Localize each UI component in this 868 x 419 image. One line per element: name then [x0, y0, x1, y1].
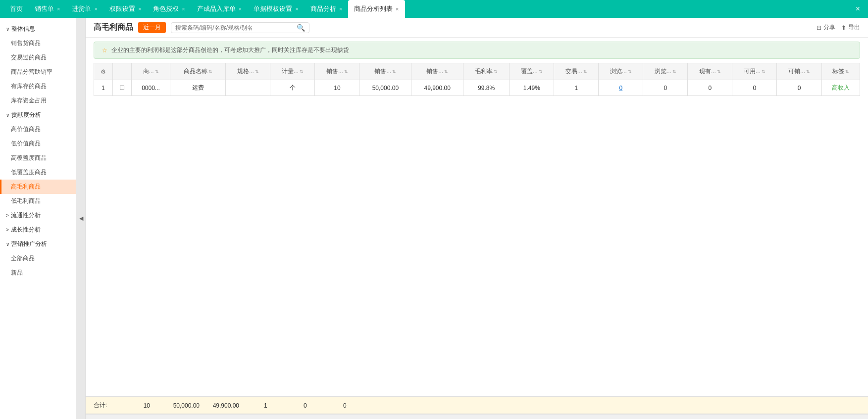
- nav-close-btn[interactable]: ×: [94, 6, 97, 12]
- sidebar-group-贡献度分析[interactable]: ∨贡献度分析: [0, 108, 76, 122]
- col-header-sales_amount[interactable]: 销售... ⇅: [359, 63, 411, 80]
- cell-sales_amount: 50,000.00: [359, 80, 411, 96]
- sidebar-group-arrow: ∨: [6, 112, 9, 118]
- info-banner: ☆ 企业的主要的利润都是这部分商品创造的，可考虑加大推广，同时关注库存是不要出现…: [94, 42, 860, 59]
- nav-close-btn[interactable]: ×: [138, 6, 141, 12]
- sidebar-group-流通性分析[interactable]: >流通性分析: [0, 208, 76, 223]
- footer-current-stock: 0: [285, 402, 325, 409]
- col-header-checkbox[interactable]: [112, 63, 131, 80]
- col-header-spec[interactable]: 规格... ⇅: [226, 63, 270, 80]
- cell-spec: [226, 80, 270, 96]
- sidebar-item-有库存的商品[interactable]: 有库存的商品: [0, 79, 76, 93]
- sidebar-item-低毛利商品[interactable]: 低毛利商品: [0, 194, 76, 208]
- nav-item-首页[interactable]: 首页: [4, 0, 29, 18]
- bottom-scrollbar[interactable]: [86, 414, 868, 419]
- search-input[interactable]: [175, 24, 297, 31]
- cell-sales_profit: 49,900.00: [411, 80, 463, 96]
- sidebar-item-高价值商品[interactable]: 高价值商品: [0, 122, 76, 137]
- sidebar-item-高覆盖度商品[interactable]: 高覆盖度商品: [0, 151, 76, 165]
- col-header-available_stock[interactable]: 可用... ⇅: [732, 63, 777, 80]
- content-header: 高毛利商品 近一月 🔍 ⊡ 分享 ⬆ 导出: [86, 18, 868, 38]
- nav-item-产成品入库单[interactable]: 产成品入库单×: [191, 0, 248, 18]
- cell-browse1[interactable]: 0: [599, 80, 643, 96]
- col-header-browse1[interactable]: 浏览... ⇅: [599, 63, 643, 80]
- search-box: 🔍: [171, 22, 309, 33]
- footer-label: 合计:: [94, 401, 107, 410]
- sidebar-item-新品[interactable]: 新品: [0, 266, 76, 280]
- sidebar: ∨整体信息销售货商品交易过的商品商品分营助销率有库存的商品库存资金占用∨贡献度分…: [0, 18, 77, 419]
- cell-code: 0000...: [131, 80, 170, 96]
- col-header-browse2[interactable]: 浏览... ⇅: [643, 63, 688, 80]
- cell-unit: 个: [270, 80, 315, 96]
- cell-browse2: 0: [643, 80, 688, 96]
- cell-checkbox[interactable]: ☐: [112, 80, 131, 96]
- sidebar-item-库存资金占用[interactable]: 库存资金占用: [0, 93, 76, 108]
- sidebar-item-低价值商品[interactable]: 低价值商品: [0, 137, 76, 151]
- nav-close-btn[interactable]: ×: [295, 6, 298, 12]
- nav-item-商品分析列表[interactable]: 商品分析列表×: [348, 0, 405, 18]
- filter-btn[interactable]: 近一月: [138, 22, 166, 33]
- cell-tag: 高收入: [821, 80, 860, 96]
- sidebar-collapse-btn[interactable]: ◀: [77, 18, 86, 419]
- cell-gross_margin: 99.8%: [463, 80, 510, 96]
- sidebar-group-label: 整体信息: [11, 25, 35, 33]
- footer-sales-amount: 50,000.00: [166, 402, 206, 409]
- sidebar-group-label: 流通性分析: [11, 211, 41, 220]
- main-area: ∨整体信息销售货商品交易过的商品商品分营助销率有库存的商品库存资金占用∨贡献度分…: [0, 18, 868, 419]
- sidebar-item-销售货商品[interactable]: 销售货商品: [0, 36, 76, 50]
- nav-close-btn[interactable]: ×: [239, 6, 242, 12]
- data-table: ⚙商... ⇅商品名称 ⇅规格... ⇅计量... ⇅销售... ⇅销售... …: [94, 63, 860, 96]
- cell-coverage: 1.49%: [510, 80, 554, 96]
- nav-item-单据模板设置[interactable]: 单据模板设置×: [248, 0, 304, 18]
- col-header-name[interactable]: 商品名称 ⇅: [170, 63, 226, 80]
- nav-item-角色授权[interactable]: 角色授权×: [147, 0, 191, 18]
- sidebar-group-arrow: >: [6, 213, 9, 218]
- table-container: ⚙商... ⇅商品名称 ⇅规格... ⇅计量... ⇅销售... ⇅销售... …: [86, 63, 868, 396]
- sidebar-item-高毛利商品[interactable]: 高毛利商品: [0, 180, 76, 194]
- cell-name: 运费: [170, 80, 226, 96]
- nav-close-btn[interactable]: ×: [396, 6, 399, 12]
- share-btn[interactable]: ⊡ 分享: [817, 23, 835, 32]
- col-header-transactions[interactable]: 交易... ⇅: [554, 63, 599, 80]
- sidebar-group-整体信息[interactable]: ∨整体信息: [0, 22, 76, 36]
- footer-available-stock: 0: [325, 402, 364, 409]
- info-icon: ☆: [102, 47, 107, 54]
- nav-item-商品分析[interactable]: 商品分析×: [305, 0, 348, 18]
- sidebar-group-营销推广分析[interactable]: ∨营销推广分析: [0, 237, 76, 251]
- sidebar-item-商品分营助销率[interactable]: 商品分营助销率: [0, 65, 76, 79]
- col-header-unit[interactable]: 计量... ⇅: [270, 63, 315, 80]
- share-icon: ⊡: [817, 24, 821, 31]
- cell-transactions: 1: [554, 80, 599, 96]
- cell-index: 1: [94, 80, 113, 96]
- nav-close-btn[interactable]: ×: [57, 6, 60, 12]
- col-header-code[interactable]: 商... ⇅: [131, 63, 170, 80]
- sidebar-group-arrow: >: [6, 227, 9, 233]
- sidebar-group-label: 成长性分析: [11, 226, 41, 234]
- content-title: 高毛利商品: [94, 22, 133, 33]
- sidebar-item-交易过的商品[interactable]: 交易过的商品: [0, 50, 76, 65]
- col-header-coverage[interactable]: 覆盖... ⇅: [510, 63, 554, 80]
- nav-item-权限设置[interactable]: 权限设置×: [103, 0, 147, 18]
- col-header-current_stock[interactable]: 现有... ⇅: [688, 63, 732, 80]
- sidebar-item-全部商品[interactable]: 全部商品: [0, 251, 76, 266]
- col-header-sellable_stock[interactable]: 可销... ⇅: [777, 63, 821, 80]
- export-icon: ⬆: [841, 24, 846, 31]
- close-window-btn[interactable]: ×: [852, 4, 864, 13]
- col-header-sales_profit[interactable]: 销售... ⇅: [411, 63, 463, 80]
- col-header-tag[interactable]: 标签 ⇅: [821, 63, 860, 80]
- cell-available_stock: 0: [732, 80, 777, 96]
- sidebar-group-成长性分析[interactable]: >成长性分析: [0, 223, 76, 237]
- col-header-settings[interactable]: ⚙: [94, 63, 113, 80]
- content-panel: 高毛利商品 近一月 🔍 ⊡ 分享 ⬆ 导出 ☆ 企业的主要的利润都是这部分商品创…: [86, 18, 868, 419]
- nav-close-btn[interactable]: ×: [182, 6, 185, 12]
- nav-close-btn[interactable]: ×: [339, 6, 342, 12]
- sidebar-item-低覆盖度商品[interactable]: 低覆盖度商品: [0, 165, 76, 180]
- nav-item-进货单[interactable]: 进货单×: [66, 0, 103, 18]
- export-btn[interactable]: ⬆ 导出: [841, 23, 860, 32]
- col-header-sales_qty[interactable]: 销售... ⇅: [315, 63, 359, 80]
- col-header-gross_margin[interactable]: 毛利率 ⇅: [463, 63, 510, 80]
- footer-sales-profit: 49,900.00: [206, 402, 246, 409]
- nav-item-销售单[interactable]: 销售单×: [29, 0, 66, 18]
- sidebar-group-label: 营销推广分析: [11, 240, 47, 248]
- cell-sellable_stock: 0: [777, 80, 821, 96]
